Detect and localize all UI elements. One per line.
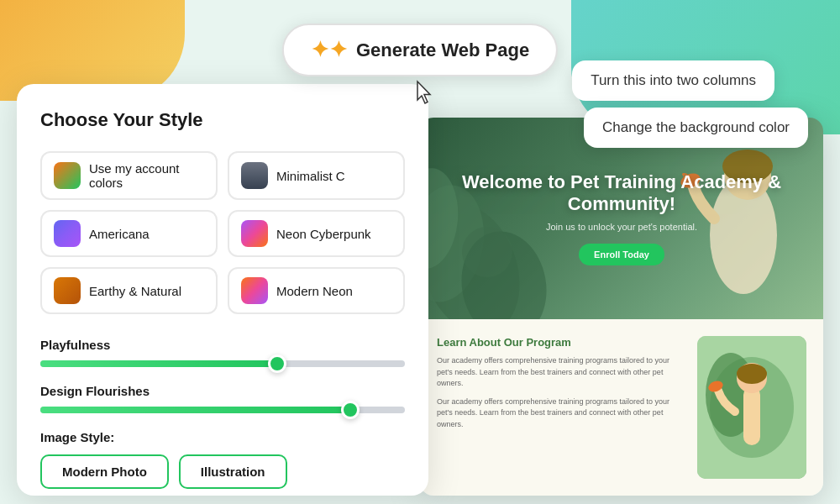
style-option-account-colors-label: Use my account colors xyxy=(89,161,204,190)
style-option-earthy-natural[interactable]: Earthy & Natural xyxy=(40,267,218,314)
style-option-modern-neon[interactable]: Modern Neon xyxy=(228,267,405,314)
style-option-neon-cyberpunk[interactable]: Neon Cyberpunk xyxy=(228,210,405,257)
style-panel: Choose Your Style Use my account colors … xyxy=(17,84,428,496)
playfulness-slider-section: Playfulness xyxy=(40,338,405,367)
playfulness-fill xyxy=(40,360,277,367)
design-flourishes-thumb[interactable] xyxy=(341,401,360,419)
generate-web-page-button[interactable]: ✦✦ Generate Web Page xyxy=(282,24,558,76)
swatch-account-colors xyxy=(54,162,81,189)
image-style-options: Modern Photo Illustration xyxy=(40,454,405,489)
playfulness-label: Playfulness xyxy=(40,338,405,352)
image-style-section: Image Style: Modern Photo Illustration xyxy=(40,430,405,489)
tooltip-bg-color[interactable]: Change the background color xyxy=(584,108,808,148)
swatch-earthy xyxy=(54,277,81,304)
playfulness-track[interactable] xyxy=(40,360,405,367)
image-style-label: Image Style: xyxy=(40,430,405,444)
cursor xyxy=(414,80,436,107)
playfulness-thumb[interactable] xyxy=(268,354,286,373)
image-style-illustration[interactable]: Illustration xyxy=(179,454,287,489)
preview-content-paragraph2: Our academy offers comprehensive trainin… xyxy=(437,396,684,431)
preview-content: Learn About Our Program Our academy offe… xyxy=(420,319,823,496)
tooltip-two-columns-text: Turn this into two columns xyxy=(591,72,756,88)
image-style-modern-photo[interactable]: Modern Photo xyxy=(40,454,169,489)
preview-content-section-title: Learn About Our Program xyxy=(437,336,684,349)
preview-person-plants-illustration xyxy=(697,336,806,479)
design-flourishes-fill xyxy=(40,407,350,413)
preview-cta-button[interactable]: Enroll Today xyxy=(579,244,664,265)
preview-content-image xyxy=(697,336,806,479)
swatch-cyberpunk xyxy=(241,220,268,247)
style-option-minimalist[interactable]: Minimalist C xyxy=(228,151,405,200)
svg-rect-12 xyxy=(743,386,760,445)
style-option-earthy-natural-label: Earthy & Natural xyxy=(89,284,181,298)
preview-hero-text: Welcome to Pet Training Academy & Commun… xyxy=(420,155,823,283)
preview-panel: Welcome to Pet Training Academy & Commun… xyxy=(420,118,823,496)
tooltip-two-columns[interactable]: Turn this into two columns xyxy=(572,60,774,101)
design-flourishes-slider-section: Design Flourishes xyxy=(40,384,405,413)
style-option-americana-label: Americana xyxy=(89,227,150,241)
design-flourishes-label: Design Flourishes xyxy=(40,384,405,398)
design-flourishes-track[interactable] xyxy=(40,407,405,413)
swatch-americana xyxy=(54,220,81,247)
preview-content-paragraph1: Our academy offers comprehensive trainin… xyxy=(437,355,684,390)
preview-content-left: Learn About Our Program Our academy offe… xyxy=(437,336,684,479)
style-option-modern-neon-label: Modern Neon xyxy=(276,284,353,298)
preview-hero: Welcome to Pet Training Academy & Commun… xyxy=(420,118,823,319)
svg-point-14 xyxy=(737,364,767,384)
style-options-grid: Use my account colors Minimalist C Ameri… xyxy=(40,151,405,314)
tooltip-bg-color-text: Change the background color xyxy=(602,119,790,135)
swatch-modern-neon xyxy=(241,277,268,304)
preview-hero-title: Welcome to Pet Training Academy & Commun… xyxy=(437,171,806,216)
preview-hero-subtitle: Join us to unlock your pet's potential. xyxy=(437,222,806,232)
style-option-americana[interactable]: Americana xyxy=(40,210,218,257)
swatch-minimalist xyxy=(241,162,268,189)
panel-title: Choose Your Style xyxy=(40,109,405,131)
style-option-neon-cyberpunk-label: Neon Cyberpunk xyxy=(276,227,371,241)
generate-button-label: Generate Web Page xyxy=(356,39,529,61)
style-option-minimalist-label: Minimalist C xyxy=(276,169,345,183)
sparkle-icon: ✦✦ xyxy=(311,37,348,63)
style-option-account-colors[interactable]: Use my account colors xyxy=(40,151,218,200)
